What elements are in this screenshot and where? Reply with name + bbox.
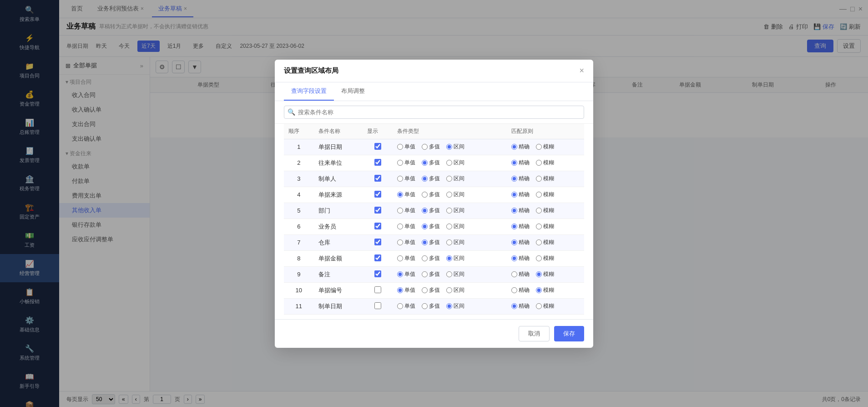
match-fuzzy-radio-8[interactable]: [536, 271, 542, 277]
match-fuzzy-radio-10[interactable]: [536, 303, 542, 309]
match-fuzzy-radio-5[interactable]: [536, 224, 542, 229]
type-range-label-4[interactable]: 区间: [446, 207, 464, 214]
type-range-radio-6[interactable]: [446, 239, 452, 245]
match-fuzzy-label-9[interactable]: 模糊: [536, 286, 554, 294]
match-fuzzy-label-0[interactable]: 模糊: [536, 143, 554, 151]
match-exact-radio-5[interactable]: [511, 224, 517, 229]
type-multi-label-8[interactable]: 多值: [422, 270, 440, 278]
match-exact-radio-4[interactable]: [511, 208, 517, 214]
type-multi-radio-5[interactable]: [422, 224, 428, 229]
match-fuzzy-label-10[interactable]: 模糊: [536, 302, 554, 310]
save-dialog-button[interactable]: 保存: [554, 326, 584, 341]
match-exact-radio-7[interactable]: [511, 255, 517, 261]
row-show-checkbox-9[interactable]: [374, 286, 381, 293]
match-exact-radio-0[interactable]: [511, 144, 517, 150]
match-fuzzy-radio-1[interactable]: [536, 160, 542, 166]
type-range-label-10[interactable]: 区间: [446, 302, 464, 310]
type-single-label-6[interactable]: 单值: [397, 239, 415, 246]
type-range-label-3[interactable]: 区间: [446, 191, 464, 198]
type-range-label-7[interactable]: 区间: [446, 254, 464, 262]
type-multi-label-3[interactable]: 多值: [422, 191, 440, 198]
match-exact-label-9[interactable]: 精确: [511, 286, 530, 294]
type-single-radio-3[interactable]: [397, 192, 403, 198]
match-fuzzy-radio-6[interactable]: [536, 239, 542, 245]
match-fuzzy-radio-3[interactable]: [536, 192, 542, 198]
dialog-close-btn[interactable]: ×: [579, 66, 584, 76]
type-single-radio-9[interactable]: [397, 287, 403, 293]
type-multi-label-10[interactable]: 多值: [422, 302, 440, 310]
match-exact-label-10[interactable]: 精确: [511, 302, 530, 310]
match-fuzzy-radio-7[interactable]: [536, 255, 542, 261]
row-show-checkbox-3[interactable]: [374, 191, 381, 198]
match-fuzzy-radio-2[interactable]: [536, 176, 542, 182]
row-show-checkbox-10[interactable]: [374, 302, 381, 309]
match-fuzzy-label-5[interactable]: 模糊: [536, 223, 554, 230]
type-multi-radio-4[interactable]: [422, 208, 428, 214]
type-multi-radio-10[interactable]: [422, 303, 428, 309]
type-single-label-10[interactable]: 单值: [397, 302, 415, 310]
match-exact-label-4[interactable]: 精确: [511, 207, 530, 214]
match-exact-radio-6[interactable]: [511, 239, 517, 245]
type-multi-radio-8[interactable]: [422, 271, 428, 277]
type-single-label-9[interactable]: 单值: [397, 286, 415, 294]
type-range-radio-10[interactable]: [446, 303, 452, 309]
type-single-label-0[interactable]: 单值: [397, 143, 415, 151]
type-multi-radio-3[interactable]: [422, 192, 428, 198]
match-exact-radio-10[interactable]: [511, 303, 517, 309]
type-multi-label-2[interactable]: 多值: [422, 175, 440, 183]
match-fuzzy-radio-0[interactable]: [536, 144, 542, 150]
type-multi-radio-1[interactable]: [422, 160, 428, 166]
type-range-label-1[interactable]: 区间: [446, 159, 464, 167]
type-multi-radio-7[interactable]: [422, 255, 428, 261]
match-exact-label-2[interactable]: 精确: [511, 175, 530, 183]
type-range-label-0[interactable]: 区间: [446, 143, 464, 151]
type-single-label-5[interactable]: 单值: [397, 223, 415, 230]
type-single-radio-0[interactable]: [397, 144, 403, 150]
type-single-label-3[interactable]: 单值: [397, 191, 415, 198]
type-multi-label-5[interactable]: 多值: [422, 223, 440, 230]
type-multi-label-1[interactable]: 多值: [422, 159, 440, 167]
type-single-radio-5[interactable]: [397, 224, 403, 229]
type-single-label-1[interactable]: 单值: [397, 159, 415, 167]
row-show-checkbox-0[interactable]: [374, 143, 381, 150]
type-single-label-8[interactable]: 单值: [397, 270, 415, 278]
dialog-search-input[interactable]: [284, 106, 584, 119]
type-multi-label-6[interactable]: 多值: [422, 239, 440, 246]
dialog-tab-layout[interactable]: 布局调整: [334, 82, 372, 101]
match-fuzzy-label-8[interactable]: 模糊: [536, 270, 554, 278]
cancel-button[interactable]: 取消: [519, 326, 550, 341]
match-exact-label-3[interactable]: 精确: [511, 191, 530, 198]
type-range-radio-4[interactable]: [446, 208, 452, 214]
match-fuzzy-label-2[interactable]: 模糊: [536, 175, 554, 183]
type-single-label-7[interactable]: 单值: [397, 254, 415, 262]
match-exact-radio-2[interactable]: [511, 176, 517, 182]
match-fuzzy-label-6[interactable]: 模糊: [536, 239, 554, 246]
type-multi-radio-6[interactable]: [422, 239, 428, 245]
match-fuzzy-label-7[interactable]: 模糊: [536, 254, 554, 262]
match-fuzzy-label-3[interactable]: 模糊: [536, 191, 554, 198]
type-range-radio-9[interactable]: [446, 287, 452, 293]
match-exact-label-6[interactable]: 精确: [511, 239, 530, 246]
type-range-label-5[interactable]: 区间: [446, 223, 464, 230]
type-range-label-6[interactable]: 区间: [446, 239, 464, 246]
type-multi-label-4[interactable]: 多值: [422, 207, 440, 214]
type-multi-radio-9[interactable]: [422, 287, 428, 293]
type-single-radio-8[interactable]: [397, 271, 403, 277]
match-exact-label-5[interactable]: 精确: [511, 223, 530, 230]
row-show-checkbox-8[interactable]: [374, 270, 381, 277]
row-show-checkbox-5[interactable]: [374, 223, 381, 229]
type-single-radio-6[interactable]: [397, 239, 403, 245]
type-range-radio-5[interactable]: [446, 224, 452, 229]
type-range-radio-7[interactable]: [446, 255, 452, 261]
type-range-radio-3[interactable]: [446, 192, 452, 198]
type-single-radio-4[interactable]: [397, 208, 403, 214]
type-range-radio-0[interactable]: [446, 144, 452, 150]
type-range-radio-1[interactable]: [446, 160, 452, 166]
match-exact-radio-1[interactable]: [511, 160, 517, 166]
type-multi-radio-2[interactable]: [422, 176, 428, 182]
match-exact-radio-8[interactable]: [511, 271, 517, 277]
match-exact-label-1[interactable]: 精确: [511, 159, 530, 167]
match-fuzzy-label-4[interactable]: 模糊: [536, 207, 554, 214]
type-single-label-4[interactable]: 单值: [397, 207, 415, 214]
match-exact-label-7[interactable]: 精确: [511, 254, 530, 262]
